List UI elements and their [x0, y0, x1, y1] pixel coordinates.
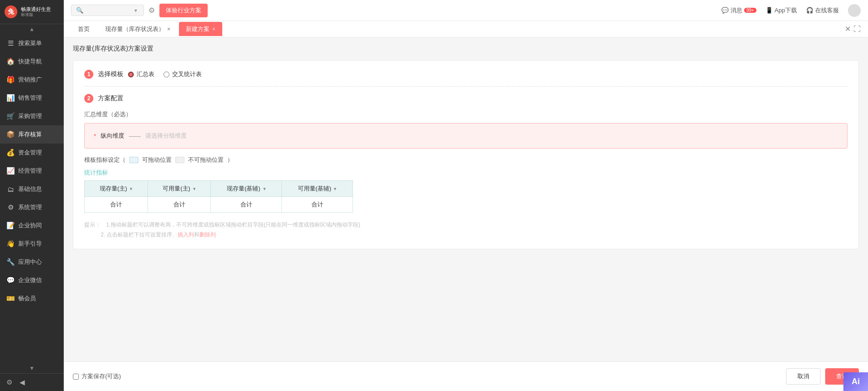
step1-number: 1	[84, 70, 93, 79]
member-label: 畅会员	[18, 294, 36, 303]
tab-new-scheme[interactable]: 新建方案 ×	[179, 22, 222, 36]
marketing-icon: 🎁	[6, 76, 15, 84]
app-center-label: 应用中心	[18, 258, 42, 266]
sidebar-item-member[interactable]: 🎫 畅会员	[0, 289, 64, 308]
phone-icon: 📱	[766, 7, 773, 14]
sidebar-item-system[interactable]: ⚙ 系统管理	[0, 198, 64, 216]
step1-header: 1 选择模板 汇总表 交叉统计表	[84, 70, 848, 79]
sidebar-logo: 兔 畅康通好生意 标准版	[0, 0, 64, 24]
tabs-bar: 首页 现存量（库存状况表） × 新建方案 × ✕ ⛶	[64, 21, 868, 37]
footer: 方案保存(可选) 取消 查询	[64, 361, 868, 391]
message-button[interactable]: 💬 消息 99+	[721, 6, 756, 15]
collapse-icon[interactable]: ◀	[20, 378, 25, 386]
marketing-label: 营销推广	[18, 76, 42, 84]
save-option: 方案保存(可选)	[73, 372, 121, 381]
sidebar-item-app-center[interactable]: 🔧 应用中心	[0, 253, 64, 271]
wechat-icon: 💬	[6, 276, 15, 284]
sidebar-item-marketing[interactable]: 🎁 营销推广	[0, 71, 64, 89]
chevron-3[interactable]: ▾	[334, 186, 337, 192]
purchase-icon: 🛒	[6, 112, 15, 120]
cell-1: 合计	[148, 197, 211, 213]
step1-title: 选择模板	[98, 70, 123, 78]
dim-dash: ——	[129, 133, 141, 139]
hint-line2: 2. 点击标题栏下拉可设置排序、插入列和删除列	[84, 230, 848, 240]
search-box[interactable]: 🔍 ▾	[71, 5, 144, 16]
close-inventory-tab[interactable]: ×	[167, 26, 170, 32]
online-service-button[interactable]: 🎧 在线客服	[806, 6, 839, 15]
chevron-2[interactable]: ▾	[263, 186, 266, 192]
search-icon: ☰	[6, 39, 15, 47]
member-icon: 🎫	[6, 294, 15, 303]
close-new-scheme-tab[interactable]: ×	[212, 26, 215, 32]
stats-table: 现存量(主) ▾ 可用量(主) ▾	[84, 180, 353, 213]
tab-inventory[interactable]: 现存量（库存状况表） ×	[98, 22, 177, 36]
sidebar: 兔 畅康通好生意 标准版 ▲ ☰ 搜索菜单 🏠 快捷导航 🎁 营销推广 📊 销售…	[0, 0, 64, 391]
sidebar-item-operations[interactable]: 📈 经营管理	[0, 162, 64, 180]
stats-data-row: 合计 合计 合计 合计	[85, 197, 353, 213]
sidebar-item-base-info[interactable]: 🗂 基础信息	[0, 180, 64, 198]
page-content: 现存量(库存状况表)方案设置 1 选择模板 汇总表 交叉统计表	[64, 37, 868, 361]
topbar: 🔍 ▾ ⚙ 体验行业方案 💬 消息 99+ 📱 App下载 🎧 在线客服	[64, 0, 868, 21]
search-input[interactable]	[86, 7, 132, 14]
radio-cross[interactable]: 交叉统计表	[163, 70, 202, 78]
user-avatar[interactable]	[848, 4, 861, 17]
ai-badge[interactable]: Ai	[843, 372, 868, 391]
tab-home[interactable]: 首页	[71, 22, 97, 36]
settings-icon[interactable]: ⚙	[6, 378, 12, 386]
sidebar-item-search[interactable]: ☰ 搜索菜单	[0, 34, 64, 52]
hint-section: 提示： 1.拖动标题栏可以调整布局，不可跨维度或指标区域拖动栏目字段(只能在同一…	[84, 220, 848, 240]
collapse-tab-button[interactable]: ✕	[845, 25, 851, 33]
sidebar-item-cooperation[interactable]: 📝 企业协同	[0, 216, 64, 235]
finance-label: 资金管理	[18, 149, 42, 157]
guide-label: 新手引导	[18, 240, 42, 248]
chevron-0[interactable]: ▾	[130, 186, 133, 192]
logo-text: 畅康通好生意 标准版	[21, 6, 51, 18]
required-star: *	[94, 133, 96, 139]
chevron-1[interactable]: ▾	[193, 186, 196, 192]
draggable-indicator-box	[129, 157, 138, 163]
not-draggable-indicator-box	[175, 157, 184, 163]
step2-number: 2	[84, 94, 93, 103]
app-center-icon: 🔧	[6, 258, 15, 266]
sidebar-item-guide[interactable]: 👋 新手引导	[0, 235, 64, 253]
operations-icon: 📈	[6, 167, 15, 175]
dropdown-icon[interactable]: ▾	[134, 7, 137, 14]
sidebar-item-quick-nav[interactable]: 🏠 快捷导航	[0, 52, 64, 71]
base-info-icon: 🗂	[6, 185, 15, 193]
radio-summary[interactable]: 汇总表	[128, 70, 154, 78]
cooperation-icon: 📝	[6, 221, 15, 230]
radio-cross-input[interactable]	[163, 72, 169, 77]
vertical-dimension: * 纵向维度 —— 请选择分组维度	[94, 132, 838, 140]
topbar-right: 💬 消息 99+ 📱 App下载 🎧 在线客服	[721, 4, 861, 17]
wechat-label: 企业微信	[18, 276, 42, 284]
sidebar-nav: ☰ 搜索菜单 🏠 快捷导航 🎁 营销推广 📊 销售管理 🛒 采购管理 📦 库存核…	[0, 34, 64, 363]
radio-summary-input[interactable]	[128, 72, 134, 77]
base-info-label: 基础信息	[18, 185, 42, 193]
sales-icon: 📊	[6, 94, 15, 102]
sidebar-item-inventory[interactable]: 📦 库存核算	[0, 125, 64, 144]
trial-button[interactable]: 体验行业方案	[159, 4, 208, 17]
sidebar-item-purchase[interactable]: 🛒 采购管理	[0, 107, 64, 125]
sidebar-scroll-up[interactable]: ▲	[0, 24, 64, 34]
cell-3: 合计	[282, 197, 353, 213]
step1-divider	[84, 86, 848, 87]
main-area: 🔍 ▾ ⚙ 体验行业方案 💬 消息 99+ 📱 App下载 🎧 在线客服	[64, 0, 868, 391]
cell-2: 合计	[211, 197, 282, 213]
search-label: 搜索菜单	[18, 39, 42, 47]
message-icon: 💬	[721, 7, 729, 14]
sidebar-item-finance[interactable]: 💰 资金管理	[0, 144, 64, 162]
hint-prefix: 提示： 1.拖动标题栏可以调整布局，不可跨维度或指标区域拖动栏目字段(只能在同一…	[84, 220, 848, 230]
inventory-label: 库存核算	[18, 130, 42, 139]
col-header-0: 现存量(主) ▾	[85, 181, 148, 197]
save-checkbox[interactable]	[73, 374, 79, 380]
sidebar-item-sales[interactable]: 📊 销售管理	[0, 89, 64, 107]
cancel-button[interactable]: 取消	[786, 368, 821, 385]
stats-header-row: 现存量(主) ▾ 可用量(主) ▾	[85, 181, 353, 197]
app-download-button[interactable]: 📱 App下载	[766, 6, 797, 15]
expand-tab-button[interactable]: ⛶	[853, 25, 861, 33]
quick-nav-label: 快捷导航	[18, 57, 42, 66]
sidebar-scroll-down[interactable]: ▼	[0, 363, 64, 373]
sidebar-item-wechat[interactable]: 💬 企业微信	[0, 271, 64, 289]
stats-label: 统计指标	[84, 169, 848, 177]
gear-icon[interactable]: ⚙	[148, 6, 155, 15]
